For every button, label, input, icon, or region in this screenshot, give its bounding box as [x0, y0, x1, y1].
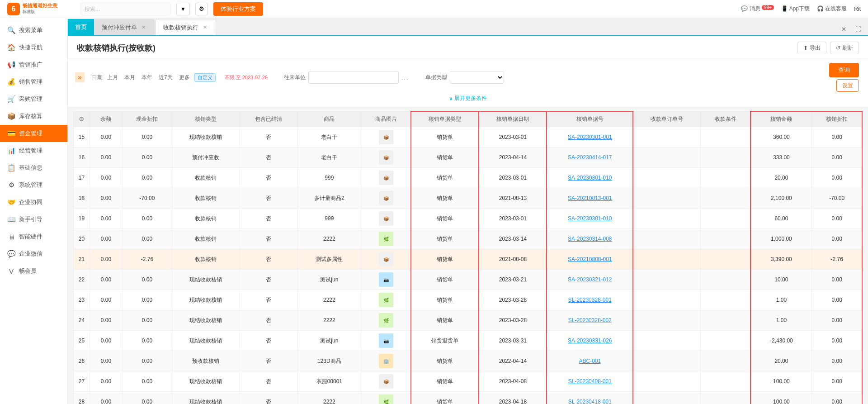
- row-balance: 0.00: [90, 270, 123, 290]
- row-cash-discount: 0.00: [122, 351, 172, 371]
- bill-no-link[interactable]: SA-20230301-010: [568, 215, 612, 222]
- sidebar-item-search[interactable]: 🔍 搜索菜单: [0, 22, 67, 39]
- sidebar-item-nav[interactable]: 🏠 快捷导航: [0, 39, 67, 56]
- bill-no-link[interactable]: SA-20230301-010: [568, 175, 612, 181]
- row-bill-no: ABC-001: [547, 351, 633, 371]
- row-discount: 0.00: [812, 392, 862, 404]
- bill-no-link[interactable]: SA-20230414-017: [568, 154, 612, 161]
- tab-expand-btn[interactable]: ⛶: [852, 23, 864, 35]
- row-bill-type: 销货单: [411, 209, 479, 229]
- row-amount: 2,100.00: [750, 188, 812, 209]
- tab-home[interactable]: 首页: [68, 19, 94, 35]
- tab-prepay-close[interactable]: ✕: [140, 24, 147, 31]
- sidebar-item-hardware[interactable]: 🖥 智能硬件: [0, 228, 67, 245]
- bill-no-link[interactable]: SL-20230408-001: [568, 378, 612, 385]
- row-bill-type: 销货单: [411, 310, 479, 331]
- row-included: 否: [239, 310, 297, 331]
- sidebar-item-collab[interactable]: 🤝 企业协同: [0, 194, 67, 211]
- search-dropdown-btn[interactable]: ▼: [176, 3, 190, 15]
- row-bill-type: 销货单: [411, 351, 479, 371]
- filter-right-actions: 查询 设置: [829, 63, 859, 92]
- sidebar-item-marketing[interactable]: 📢 营销推广: [0, 56, 67, 73]
- filter-expand-arrow[interactable]: »: [75, 72, 85, 82]
- expand-more-btn[interactable]: ∨ 展开更多条件: [449, 95, 487, 102]
- last7-btn[interactable]: 近7天: [157, 73, 175, 82]
- guide-icon: 📖: [7, 215, 15, 223]
- row-bill-no: SA-20230331-026: [547, 331, 633, 351]
- bill-no-link[interactable]: SL-20230328-001: [568, 297, 612, 303]
- product-image: 🏢: [379, 354, 393, 368]
- top-search-input[interactable]: [80, 3, 171, 15]
- sidebar-item-wechat[interactable]: 💬 企业微信: [0, 245, 67, 262]
- row-no: 18: [74, 188, 90, 209]
- settings-gear-btn[interactable]: ⚙: [195, 3, 208, 15]
- filter-setting-btn[interactable]: 设置: [836, 79, 859, 92]
- row-cash-discount: 0.00: [122, 331, 172, 351]
- bill-no-link[interactable]: SA-20230301-001: [568, 134, 612, 140]
- tab-close-btn[interactable]: ✕: [837, 23, 850, 35]
- industry-solution-btn[interactable]: 体验行业方案: [213, 2, 263, 16]
- bill-no-link[interactable]: SA-20230331-026: [568, 337, 612, 344]
- row-goods-img: 📦: [361, 371, 411, 392]
- row-order-no: [633, 331, 700, 351]
- row-condition: [700, 351, 750, 371]
- row-bill-date: 2021-08-13: [479, 188, 547, 209]
- partner-input[interactable]: [308, 71, 399, 84]
- sidebar-item-system[interactable]: ⚙ 系统管理: [0, 176, 67, 194]
- last-month-btn[interactable]: 上月: [105, 73, 120, 82]
- th-included: 包含已结清: [239, 111, 297, 127]
- tab-verify[interactable]: 收款核销执行 ✕: [156, 19, 216, 35]
- tab-prepay[interactable]: 预付冲应付单 ✕: [94, 19, 155, 35]
- row-amount: 1,000.00: [750, 229, 812, 249]
- more-btn[interactable]: 更多: [177, 73, 192, 82]
- row-bill-no: SA-20230314-008: [547, 229, 633, 249]
- row-balance: 0.00: [90, 127, 123, 147]
- row-bill-type: 销货单: [411, 290, 479, 310]
- row-amount: 3,390.00: [750, 249, 812, 270]
- table-row: 15 0.00 0.00 现结收款核销 否 老白干 📦 销货单 2023-03-…: [74, 127, 863, 147]
- bill-no-link[interactable]: SA-20210808-001: [568, 256, 612, 262]
- bill-no-link[interactable]: SL-20230328-002: [568, 317, 612, 323]
- this-year-btn[interactable]: 本年: [140, 73, 154, 82]
- table-row: 27 0.00 0.00 现结收款核销 否 衣服00001 📦 销货单 2023…: [74, 371, 863, 392]
- sidebar-item-sales[interactable]: 💰 销售管理: [0, 73, 67, 90]
- row-balance: 0.00: [90, 351, 123, 371]
- custom-btn[interactable]: 自定义: [194, 73, 216, 82]
- bill-no-link[interactable]: ABC-001: [579, 358, 601, 364]
- row-included: 否: [239, 351, 297, 371]
- bill-no-link[interactable]: SA-20230321-012: [568, 276, 612, 283]
- tab-verify-close[interactable]: ✕: [201, 24, 208, 31]
- top-bar: 6 畅捷通谱好生意 标准版 ▼ ⚙ 体验行业方案 💬 消息 99+ 📱 App下…: [0, 0, 868, 18]
- row-type: 现结收款核销: [172, 270, 239, 290]
- bill-no-link[interactable]: SA-20230314-008: [568, 236, 612, 242]
- sidebar-item-basicinfo[interactable]: 📋 基础信息: [0, 159, 67, 176]
- sidebar-item-member[interactable]: V 畅会员: [0, 262, 67, 280]
- row-balance: 0.00: [90, 310, 123, 331]
- row-goods-img: 🌿: [361, 229, 411, 249]
- th-bill-date: 核销单据日期: [479, 111, 547, 127]
- row-order-no: [633, 209, 700, 229]
- sidebar-item-purchase[interactable]: 🛒 采购管理: [0, 90, 67, 108]
- sidebar-item-inventory[interactable]: 📦 库存核算: [0, 108, 67, 125]
- sidebar-item-finance[interactable]: 💳 资金管理: [0, 125, 67, 142]
- row-bill-date: 2022-04-14: [479, 351, 547, 371]
- bill-no-link[interactable]: SA-20210813-001: [568, 195, 612, 201]
- user-name: Rit: [854, 6, 861, 12]
- this-month-btn[interactable]: 本月: [123, 73, 137, 82]
- billtype-select[interactable]: [450, 71, 504, 84]
- table-row: 25 0.00 0.00 现结收款核销 否 测试jun 📷 销货退货单 2023…: [74, 331, 863, 351]
- bill-no-link[interactable]: SL-20230418-001: [568, 399, 612, 404]
- product-image: 🌿: [379, 232, 393, 246]
- refresh-btn[interactable]: ↺ 刷新: [830, 42, 859, 54]
- app-download-btn[interactable]: 📱 App下载: [781, 5, 810, 13]
- row-bill-type: 销货单: [411, 371, 479, 392]
- sales-icon: 💰: [7, 78, 15, 86]
- query-btn[interactable]: 查询: [829, 63, 859, 77]
- export-btn[interactable]: ⬆ 导出: [797, 42, 826, 54]
- row-order-no: [633, 270, 700, 290]
- sidebar-item-guide[interactable]: 📖 新手引导: [0, 211, 67, 228]
- message-btn[interactable]: 💬 消息 99+: [741, 5, 774, 13]
- online-service-btn[interactable]: 🎧 在线客服: [817, 5, 847, 13]
- column-settings-icon[interactable]: ⚙: [79, 115, 85, 123]
- sidebar-item-operations[interactable]: 📊 经营管理: [0, 142, 67, 159]
